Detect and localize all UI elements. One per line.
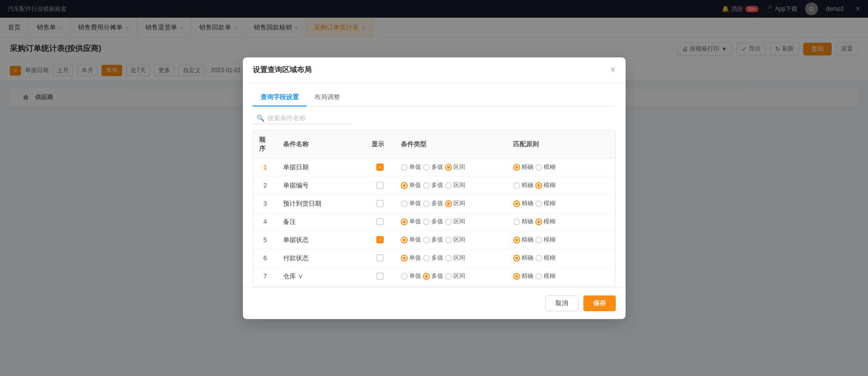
modal-search-input[interactable] xyxy=(267,114,350,115)
modal-overlay: 设置查询区域布局 × 查询字段设置 布局调整 🔍 xyxy=(0,0,868,115)
modal-header: 设置查询区域布局 × xyxy=(243,57,626,83)
modal-body: 查询字段设置 布局调整 🔍 顺序 条件名称 显示 xyxy=(243,83,626,115)
modal-search-box: 🔍 xyxy=(253,112,351,115)
settings-modal: 设置查询区域布局 × 查询字段设置 布局调整 🔍 xyxy=(243,57,626,115)
search-icon: 🔍 xyxy=(257,114,264,115)
modal-tab-layout[interactable]: 布局调整 xyxy=(307,89,348,106)
modal-close-btn[interactable]: × xyxy=(610,65,616,74)
modal-title: 设置查询区域布局 xyxy=(253,65,312,75)
modal-tab-query-fields[interactable]: 查询字段设置 xyxy=(253,89,307,106)
modal-tabs: 查询字段设置 布局调整 xyxy=(253,83,616,107)
